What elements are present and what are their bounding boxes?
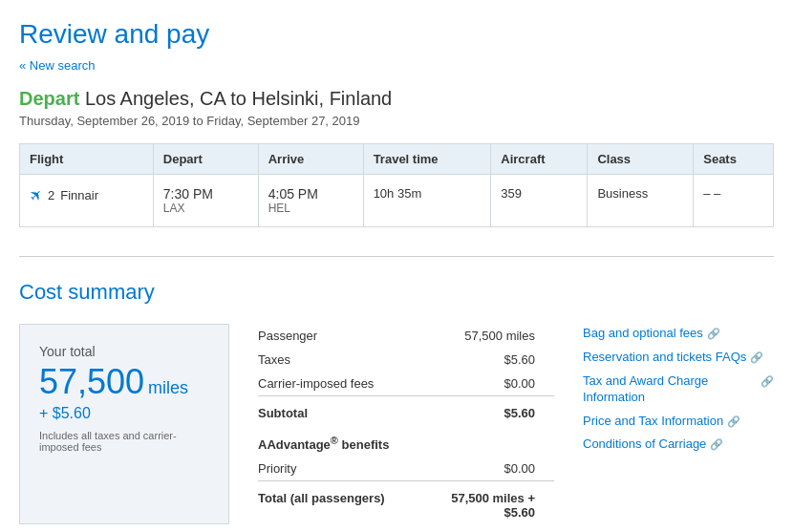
route-title: Depart Los Angeles, CA to Helsinki, Finl… [19,88,774,110]
your-total-miles-display: 57,500 miles [39,363,209,401]
col-depart: Depart [153,144,258,175]
reservation-faqs-text: Reservation and tickets FAQs [583,350,746,366]
col-flight: Flight [20,144,154,175]
plane-icon: ✈ [25,184,47,206]
section-divider [19,256,774,257]
airline-name: Finnair [60,188,98,202]
flight-table: Flight Depart Arrive Travel time Aircraf… [19,143,774,227]
cost-label: Priority [258,457,437,481]
depart-airport: LAX [163,202,248,215]
cost-value: $5.60 [437,348,554,372]
cost-label: Total (all passengers) [258,481,437,525]
cost-value: $0.00 [437,457,554,481]
conditions-text: Conditions of Carriage [583,436,706,453]
arrive-airport: HEL [268,202,354,215]
cost-row-passenger: Passenger 57,500 miles [258,324,554,348]
links-column: Bag and optional fees 🔗 Reservation and … [583,324,774,524]
external-link-icon-5: 🔗 [710,437,723,451]
cost-label: Taxes [258,348,437,372]
cost-label: Passenger [258,324,437,348]
reservation-faqs-link[interactable]: Reservation and tickets FAQs 🔗 [583,350,774,366]
bag-fees-link[interactable]: Bag and optional fees 🔗 [583,326,774,342]
external-link-icon-3: 🔗 [761,374,774,388]
cost-row-total: Total (all passengers) 57,500 miles + $5… [258,481,554,525]
plus-cash: + $5.60 [39,405,209,422]
price-tax-link[interactable]: Price and Tax Information 🔗 [583,414,774,430]
cost-row-priority: Priority $0.00 [258,457,554,481]
route-destination-text: Helsinki, Finland [252,88,393,109]
total-miles-number: 57,500 [39,362,144,401]
cost-row-taxes: Taxes $5.60 [258,348,554,372]
date-range: Thursday, September 26, 2019 to Friday, … [19,114,774,128]
flight-number: 2 [48,188,54,202]
cost-value: $5.60 [437,396,554,426]
tax-award-link[interactable]: Tax and Award Charge Information 🔗 [583,373,774,406]
aircraft-cell: 359 [491,175,588,227]
flight-airline-cell: ✈ 2 Finnair [20,175,154,227]
miles-label-text: miles [148,378,188,397]
depart-label: Depart [19,88,79,109]
cost-summary-body: Your total 57,500 miles + $5.60 Includes… [19,324,774,524]
cost-breakdown: Passenger 57,500 miles Taxes $5.60 Carri… [258,324,554,524]
cost-label: Carrier-imposed fees [258,372,437,396]
travel-time-cell: 10h 35m [363,175,491,227]
class-cell: Business [588,175,694,227]
your-total-box: Your total 57,500 miles + $5.60 Includes… [19,324,229,524]
seats-cell: – – [694,175,774,227]
cost-value: 57,500 miles [437,324,554,348]
total-footnote: Includes all taxes and carrier-imposed f… [39,430,209,453]
col-travel-time: Travel time [363,144,491,175]
your-total-label: Your total [39,344,209,359]
cost-label: Subtotal [258,396,437,426]
price-tax-text: Price and Tax Information [583,414,723,430]
route-connector-text: to [230,88,246,109]
external-link-icon-1: 🔗 [707,327,720,340]
cost-summary-title: Cost summary [19,280,774,305]
arrive-time: 4:05 PM [268,186,354,202]
conditions-link[interactable]: Conditions of Carriage 🔗 [583,436,774,453]
col-seats: Seats [694,144,774,175]
cost-value: $0.00 [437,372,554,396]
external-link-icon-2: 🔗 [750,351,763,364]
cost-row-carrier-fees: Carrier-imposed fees $0.00 [258,372,554,396]
col-arrive: Arrive [258,144,363,175]
cost-row-aadvantage-header: AAdvantage® benefits [258,425,554,457]
cost-table: Passenger 57,500 miles Taxes $5.60 Carri… [258,324,554,524]
cost-row-subtotal: Subtotal $5.60 [258,396,554,426]
external-link-icon-4: 🔗 [727,415,740,428]
depart-time: 7:30 PM [163,186,248,202]
new-search-link[interactable]: « New search [19,58,95,73]
depart-cell: 7:30 PM LAX [153,175,258,227]
page-title: Review and pay [19,19,774,50]
arrive-cell: 4:05 PM HEL [258,175,363,227]
col-class: Class [588,144,694,175]
aadvantage-label: AAdvantage® benefits [258,425,554,457]
col-aircraft: Aircraft [491,144,588,175]
tax-award-text: Tax and Award Charge Information [583,373,757,406]
route-origin-text: Los Angeles, CA [85,88,225,109]
cost-value: 57,500 miles + $5.60 [437,481,554,525]
flight-row: ✈ 2 Finnair 7:30 PM LAX 4:05 PM HEL 10h … [20,175,774,227]
bag-fees-text: Bag and optional fees [583,326,703,342]
